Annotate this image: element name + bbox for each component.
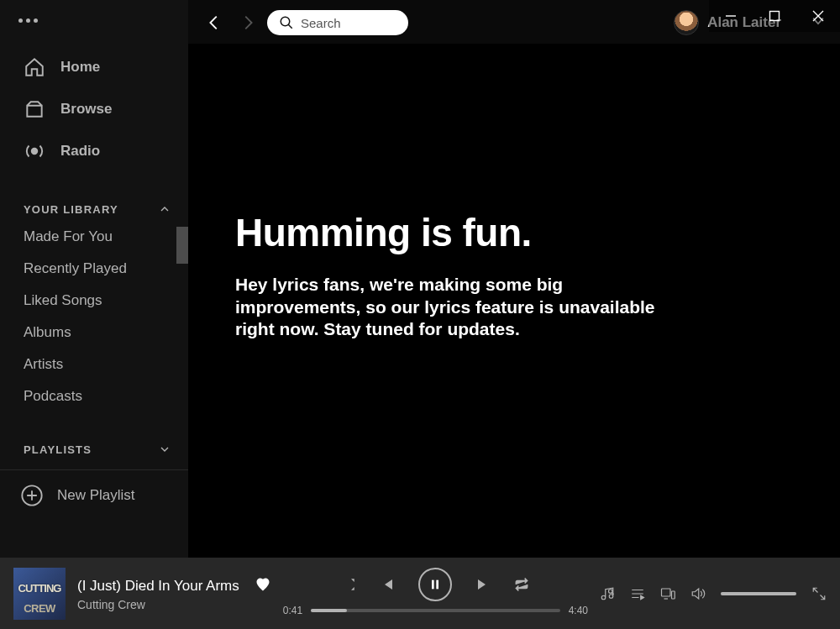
library-item-artists[interactable]: Artists — [0, 349, 188, 380]
close-icon — [812, 10, 824, 22]
library-item-albums[interactable]: Albums — [0, 317, 188, 349]
svg-rect-2 — [770, 12, 780, 21]
browse-icon — [24, 98, 45, 120]
devices-button[interactable] — [660, 586, 675, 601]
shuffle-button[interactable] — [341, 577, 356, 592]
queue-button[interactable] — [630, 586, 645, 601]
library-item-podcasts[interactable]: Podcasts — [0, 380, 188, 412]
lyrics-button[interactable] — [600, 586, 615, 601]
app-menu-button[interactable] — [0, 0, 188, 29]
radio-icon — [24, 140, 45, 162]
content-headline: Humming is fun. — [235, 210, 793, 255]
volume-fill — [721, 592, 796, 595]
library-item-recently-played[interactable]: Recently Played — [0, 253, 188, 285]
repeat-button[interactable] — [514, 577, 529, 592]
new-playlist-button[interactable]: New Playlist — [0, 470, 188, 521]
svg-rect-5 — [437, 579, 439, 589]
svg-rect-7 — [662, 589, 671, 596]
svg-point-0 — [32, 149, 38, 155]
window-minimize-button[interactable] — [709, 0, 753, 32]
previous-button[interactable] — [380, 577, 395, 592]
chevron-up-icon — [158, 202, 171, 216]
svg-rect-4 — [432, 579, 434, 589]
like-button[interactable] — [255, 576, 271, 596]
heart-icon — [255, 576, 271, 593]
nav-label: Home — [60, 59, 100, 76]
nav-home[interactable]: Home — [7, 46, 181, 88]
library-item-liked-songs[interactable]: Liked Songs — [0, 285, 188, 317]
window-close-button[interactable] — [796, 0, 840, 32]
nav-label: Radio — [60, 143, 100, 160]
home-icon — [24, 56, 45, 78]
nav-label: Browse — [60, 101, 112, 118]
sidebar-scrollbar[interactable] — [176, 227, 188, 264]
elapsed-time: 0:41 — [283, 605, 302, 616]
fullscreen-button[interactable] — [811, 586, 827, 601]
next-button[interactable] — [475, 577, 491, 592]
minimize-icon — [725, 10, 737, 22]
album-art[interactable] — [13, 568, 66, 620]
maximize-icon — [769, 10, 780, 22]
content-subtext: Hey lyrics fans, we're making some big i… — [235, 274, 689, 342]
svg-rect-8 — [672, 591, 675, 599]
plus-circle-icon — [20, 484, 44, 507]
seek-bar[interactable] — [311, 609, 560, 612]
track-title[interactable]: (I Just) Died In Your Arms — [77, 578, 239, 595]
seek-fill — [311, 609, 347, 612]
pause-button[interactable] — [418, 568, 452, 601]
volume-button[interactable] — [690, 586, 706, 601]
duration-time: 4:40 — [569, 605, 588, 616]
chevron-down-icon — [158, 443, 171, 456]
volume-slider[interactable] — [721, 592, 796, 595]
new-playlist-label: New Playlist — [57, 487, 135, 504]
nav-browse[interactable]: Browse — [7, 88, 181, 130]
library-item-made-for-you[interactable]: Made For You — [0, 221, 188, 253]
window-maximize-button[interactable] — [753, 0, 796, 32]
pause-icon — [428, 578, 442, 591]
library-header[interactable]: YOUR LIBRARY — [0, 172, 188, 221]
nav-radio[interactable]: Radio — [7, 130, 181, 172]
playlists-header[interactable]: PLAYLISTS — [0, 412, 188, 461]
track-artist[interactable]: Cutting Crew — [77, 598, 271, 611]
